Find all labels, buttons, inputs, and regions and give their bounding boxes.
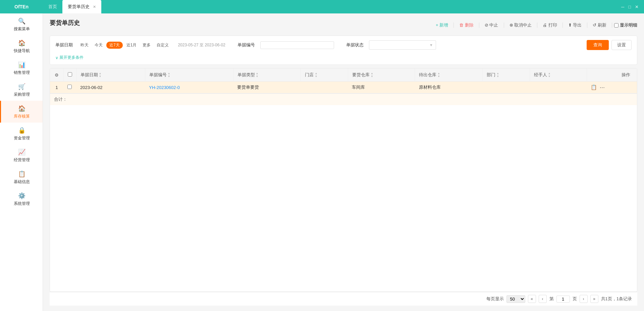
sidebar-item-purchase[interactable]: 🛒 采购管理 xyxy=(0,79,43,101)
finance-icon: 🔒 xyxy=(18,127,25,134)
sidebar-item-finance[interactable]: 🔒 资金管理 xyxy=(0,123,43,144)
order-no-link[interactable]: YH-20230602-0 xyxy=(149,85,180,90)
status-select[interactable]: ▼ xyxy=(369,40,436,50)
basic-icon: 📋 xyxy=(18,170,25,178)
tab-requisition-label: 要货单历史 xyxy=(68,4,90,10)
sidebar-item-label: 资金管理 xyxy=(14,135,30,141)
display-detail-checkbox[interactable] xyxy=(614,23,619,28)
query-button[interactable]: 查询 xyxy=(587,40,609,50)
sidebar-item-label: 快捷导航 xyxy=(14,48,30,54)
page-label: 页 xyxy=(573,296,577,302)
close-tab-icon[interactable]: ✕ xyxy=(93,5,96,9)
date-btn-1month[interactable]: 近1月 xyxy=(124,42,139,49)
sidebar-item-sales[interactable]: 📊 销售管理 xyxy=(0,57,43,79)
status-select-arrow: ▼ xyxy=(429,43,433,47)
td-store xyxy=(301,82,348,93)
purchase-icon: 🛒 xyxy=(18,83,25,90)
inventory-icon: 🏠 xyxy=(18,105,25,112)
page-input[interactable] xyxy=(556,296,570,303)
status-label: 单据状态 xyxy=(346,42,364,48)
sidebar-item-label: 销售管理 xyxy=(14,70,30,76)
prev-page-btn[interactable]: ‹ xyxy=(539,295,547,303)
order-no-label: 单据编号 xyxy=(237,42,255,48)
date-btn-yesterday[interactable]: 昨天 xyxy=(78,42,91,49)
brand-logo: OfTEn xyxy=(0,0,43,13)
th-order-no[interactable]: 单据编号 ▲▼ xyxy=(145,69,233,82)
sidebar-item-label: 库存核算 xyxy=(14,114,30,119)
td-checkbox[interactable] xyxy=(63,82,76,93)
sidebar-item-operation[interactable]: 📈 经营管理 xyxy=(0,144,43,166)
pagination-bar: 每页显示 50 10 20 100 « ‹ 第 页 › » 共1页，1条记录 xyxy=(50,292,637,306)
td-date: 2023-06-02 xyxy=(76,82,145,93)
page-size-select[interactable]: 50 10 20 100 xyxy=(506,295,525,303)
display-detail-label: 显示明细 xyxy=(620,22,637,28)
page-content: 要货单历史 + 新增 🗑 删除 ⊘ 中止 ⊗ 取消中止 🖨 打印 ⬆ 导出 ↺ … xyxy=(43,13,644,311)
row-checkbox[interactable] xyxy=(67,85,72,89)
data-table: ⚙ 单据日期 ▲▼ 单据编号 xyxy=(50,69,637,93)
first-page-btn[interactable]: « xyxy=(528,295,536,303)
th-checkbox xyxy=(63,69,76,82)
date-btn-more[interactable]: 更多 xyxy=(140,42,153,49)
search-menu-icon: 🔍 xyxy=(18,17,25,25)
td-order-no[interactable]: YH-20230602-0 xyxy=(145,82,233,93)
stop-button[interactable]: ⊘ 中止 xyxy=(481,20,502,30)
export-button[interactable]: ⬆ 导出 xyxy=(565,20,585,30)
select-all-checkbox[interactable] xyxy=(68,72,72,77)
close-btn[interactable]: ✕ xyxy=(635,4,639,9)
sidebar-item-label: 搜索菜单 xyxy=(14,26,30,32)
th-store[interactable]: 门店 ▲▼ xyxy=(301,69,348,82)
th-order-type[interactable]: 单据类型 ▲▼ xyxy=(233,69,301,82)
th-date[interactable]: 单据日期 ▲▼ xyxy=(76,69,145,82)
footer-label: 合计： xyxy=(54,97,67,102)
toolbar: + 新增 🗑 删除 ⊘ 中止 ⊗ 取消中止 🖨 打印 ⬆ 导出 ↺ 刷新 显示明… xyxy=(432,20,637,30)
settings-button[interactable]: 设置 xyxy=(611,40,632,50)
date-btn-7days[interactable]: 近7天 xyxy=(106,42,123,49)
page-jump-label: 第 xyxy=(549,296,554,302)
sidebar-item-label: 基础信息 xyxy=(14,179,30,185)
last-page-btn[interactable]: » xyxy=(590,295,598,303)
td-seq: 1 xyxy=(50,82,63,93)
print-button[interactable]: 🖨 打印 xyxy=(539,20,560,30)
sidebar-item-quicknav[interactable]: 🏠 快捷导航 xyxy=(0,35,43,57)
table-footer: 合计： xyxy=(50,93,637,105)
delete-button[interactable]: 🗑 删除 xyxy=(456,20,477,30)
more-op-btn[interactable]: ⋯ xyxy=(600,84,605,90)
th-pending-warehouse[interactable]: 待出仓库 ▲▼ xyxy=(415,69,483,82)
th-handler[interactable]: 经手人 ▲▼ xyxy=(530,69,587,82)
sidebar-item-label: 经营管理 xyxy=(14,157,30,163)
date-range-display: 2023-05-27 至 2023-06-02 xyxy=(178,42,225,48)
edit-op-btn[interactable]: 📋 xyxy=(591,84,597,90)
tab-home-label: 首页 xyxy=(48,4,57,10)
th-req-warehouse[interactable]: 要货仓库 ▲▼ xyxy=(348,69,415,82)
sidebar-item-search[interactable]: 🔍 搜索菜单 xyxy=(0,13,43,35)
new-button[interactable]: + 新增 xyxy=(432,20,451,30)
th-settings[interactable]: ⚙ xyxy=(50,69,63,82)
date-btn-custom[interactable]: 自定义 xyxy=(154,42,171,49)
brand-name: OfTEn xyxy=(14,4,29,9)
expand-arrow-icon: ∨ xyxy=(55,55,58,60)
th-department[interactable]: 部门 ▲▼ xyxy=(483,69,530,82)
display-detail-toggle[interactable]: 显示明细 xyxy=(614,22,637,28)
home-icon: 🏠 xyxy=(18,39,25,47)
td-pending-warehouse: 原材料仓库 xyxy=(415,82,483,93)
sidebar-item-label: 采购管理 xyxy=(14,92,30,97)
tab-requisition-history[interactable]: 要货单历史 ✕ xyxy=(62,0,101,13)
table-row: 1 2023-06-02 YH-20230602-0 要货单要货 车间库 原材料… xyxy=(50,82,637,93)
td-ops: 📋 ⋯ xyxy=(587,82,637,93)
next-page-btn[interactable]: › xyxy=(580,295,588,303)
minimize-btn[interactable]: ─ xyxy=(621,4,624,9)
date-filter-buttons: 昨天 今天 近7天 近1月 更多 自定义 xyxy=(78,42,171,49)
main-content: 首页 要货单历史 ✕ ─ □ ✕ 要货单历史 + 新增 🗑 删除 ⊘ 中止 xyxy=(43,0,644,311)
total-info: 共1页，1条记录 xyxy=(601,296,632,302)
refresh-button[interactable]: ↺ 刷新 xyxy=(589,20,610,30)
sidebar-item-basic[interactable]: 📋 基础信息 xyxy=(0,166,43,188)
sidebar-item-system[interactable]: ⚙️ 系统管理 xyxy=(0,188,43,210)
date-btn-today[interactable]: 今天 xyxy=(92,42,105,49)
cancel-stop-button[interactable]: ⊗ 取消中止 xyxy=(506,20,535,30)
sidebar-item-inventory[interactable]: 🏠 库存核算 xyxy=(0,101,43,123)
maximize-btn[interactable]: □ xyxy=(628,4,631,9)
tab-home[interactable]: 首页 xyxy=(43,0,62,13)
expand-more-btn[interactable]: ∨ 展开更多条件 xyxy=(55,55,84,60)
system-icon: ⚙️ xyxy=(18,192,25,199)
order-no-input[interactable] xyxy=(260,41,334,49)
